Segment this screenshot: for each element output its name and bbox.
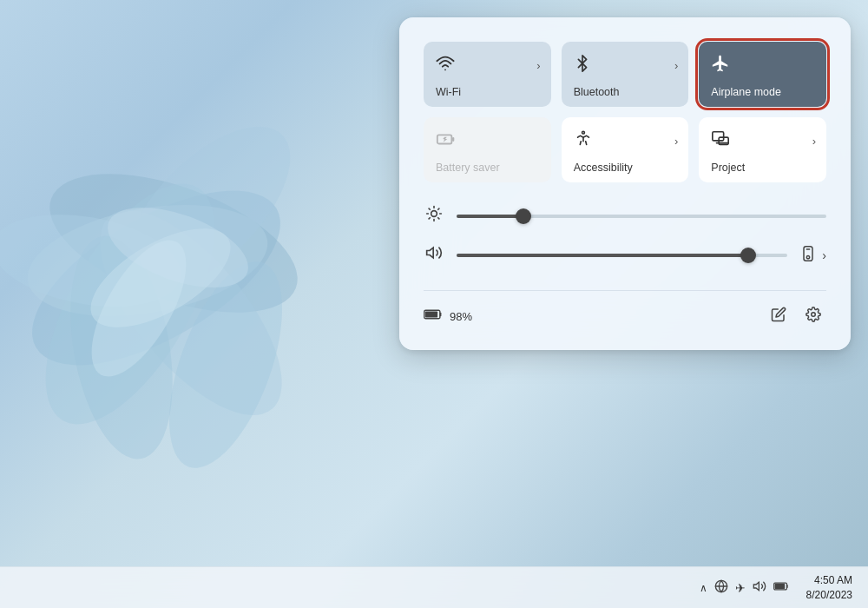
project-tile-top: › <box>711 129 816 153</box>
svg-point-12 <box>444 69 446 70</box>
toggle-grid: › Wi-Fi › Bluetooth <box>424 42 826 182</box>
edit-quick-settings-button[interactable] <box>766 301 792 331</box>
battery-indicator-icon <box>424 307 443 325</box>
volume-row: › <box>424 244 826 266</box>
taskbar-system-icons[interactable]: ∧ ✈ <box>693 576 796 599</box>
svg-point-17 <box>431 211 437 217</box>
taskbar-right: ∧ ✈ <box>693 573 858 603</box>
bluetooth-tile-top: › <box>574 54 679 77</box>
svg-line-25 <box>438 208 439 209</box>
airplane-tile[interactable]: Airplane mode <box>699 42 826 107</box>
svg-point-14 <box>582 131 584 134</box>
volume-device-chevron-icon: › <box>822 248 826 262</box>
svg-rect-13 <box>437 135 451 143</box>
volume-taskbar-icon[interactable] <box>753 579 766 596</box>
volume-device-controls: › <box>799 245 826 266</box>
battery-info: 98% <box>424 307 472 325</box>
brightness-row <box>424 205 826 227</box>
accessibility-tile-top: › <box>574 129 679 153</box>
volume-device-icon <box>799 245 817 266</box>
battery-saver-icon <box>436 129 455 153</box>
airplane-taskbar-icon[interactable]: ✈ <box>735 581 746 595</box>
bluetooth-label: Bluetooth <box>574 86 679 98</box>
panel-bottom: 98% <box>424 290 826 331</box>
wallpaper-svg <box>0 0 391 573</box>
wifi-icon <box>436 54 455 77</box>
quick-settings-panel: › Wi-Fi › Bluetooth <box>399 17 851 350</box>
taskbar: ∧ ✈ <box>0 566 868 608</box>
panel-actions <box>766 301 826 331</box>
brightness-fill <box>457 215 523 218</box>
battery-taskbar-icon[interactable] <box>773 580 789 595</box>
svg-line-22 <box>429 208 430 209</box>
project-chevron-icon: › <box>812 135 816 148</box>
svg-marker-33 <box>753 582 759 590</box>
volume-fill <box>457 254 748 257</box>
svg-point-29 <box>807 255 810 258</box>
bluetooth-tile[interactable]: › Bluetooth <box>562 42 689 107</box>
svg-rect-35 <box>774 584 785 589</box>
accessibility-icon <box>574 129 593 153</box>
volume-slider[interactable] <box>457 254 787 257</box>
airplane-icon <box>711 54 730 77</box>
wifi-label: Wi-Fi <box>436 86 541 98</box>
wifi-tile[interactable]: › Wi-Fi <box>424 42 551 107</box>
battery-saver-tile[interactable]: Battery saver <box>424 117 551 182</box>
svg-line-24 <box>429 218 430 219</box>
svg-rect-15 <box>713 132 724 141</box>
battery-saver-tile-top <box>436 129 541 153</box>
svg-point-32 <box>812 313 816 317</box>
bluetooth-icon <box>574 54 591 77</box>
taskbar-time: 4:50 AM <box>814 573 852 588</box>
svg-line-23 <box>438 218 439 219</box>
brightness-thumb[interactable] <box>516 208 531 224</box>
open-settings-button[interactable] <box>800 301 826 331</box>
bluetooth-chevron-icon: › <box>674 59 678 72</box>
accessibility-tile[interactable]: › Accessibility <box>562 117 689 182</box>
volume-thumb[interactable] <box>740 248 756 263</box>
airplane-tile-top <box>711 54 816 77</box>
svg-marker-26 <box>427 248 434 258</box>
battery-saver-label: Battery saver <box>436 162 541 174</box>
taskbar-date: 8/20/2023 <box>806 588 852 603</box>
project-icon <box>711 129 730 153</box>
taskbar-clock[interactable]: 4:50 AM 8/20/2023 <box>801 573 858 603</box>
show-hidden-icons-button[interactable]: ∧ <box>700 582 707 594</box>
airplane-label: Airplane mode <box>711 86 816 98</box>
brightness-icon <box>424 205 444 227</box>
svg-rect-31 <box>425 311 437 317</box>
brightness-slider[interactable] <box>457 215 826 218</box>
wifi-tile-top: › <box>436 54 541 77</box>
wifi-chevron-icon: › <box>536 59 540 72</box>
accessibility-chevron-icon: › <box>674 135 678 148</box>
accessibility-label: Accessibility <box>574 162 679 174</box>
battery-percent: 98% <box>450 310 472 323</box>
project-label: Project <box>711 162 816 174</box>
network-taskbar-icon[interactable] <box>714 579 728 596</box>
volume-icon <box>424 244 444 266</box>
project-tile[interactable]: › Project <box>699 117 826 182</box>
sliders-section: › <box>424 196 826 274</box>
